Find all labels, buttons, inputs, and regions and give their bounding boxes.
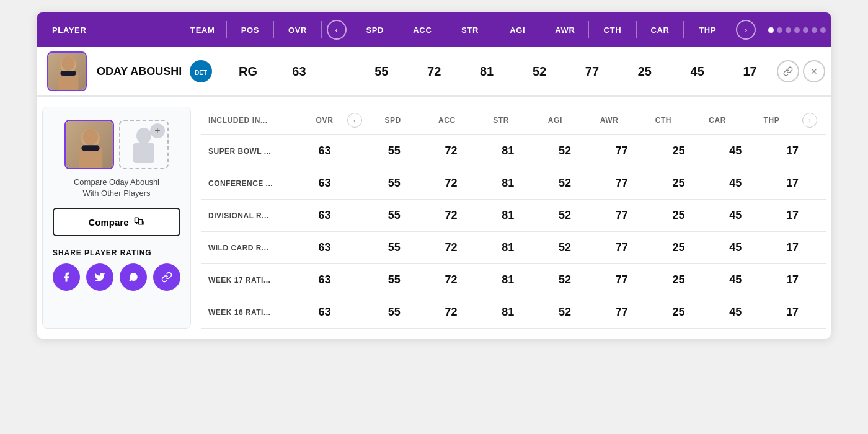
player-spd: 55 bbox=[355, 64, 408, 79]
header-player-label: PLAYER bbox=[52, 25, 86, 35]
table-row: DIVISIONAL R... 63 55 72 81 52 77 25 45 … bbox=[201, 200, 826, 232]
td-spd-5: 55 bbox=[366, 306, 423, 319]
header-agi-col: AGI bbox=[494, 25, 541, 35]
facebook-share-button[interactable] bbox=[53, 264, 80, 291]
td-awr-1: 77 bbox=[593, 177, 650, 190]
td-acc-4: 72 bbox=[423, 273, 480, 286]
svg-rect-13 bbox=[133, 143, 154, 163]
table-row: WEEK 16 RATI... 63 55 72 81 52 77 25 45 … bbox=[201, 296, 826, 329]
table-prev-button[interactable]: ‹ bbox=[347, 113, 362, 128]
td-cth-3: 25 bbox=[650, 241, 707, 254]
prev-button[interactable]: ‹ bbox=[327, 20, 347, 40]
stats-table-header: INCLUDED IN... OVR ‹ SPD ACC STR AGI AWR… bbox=[201, 107, 826, 135]
dot-2 bbox=[777, 27, 782, 33]
close-button[interactable] bbox=[803, 60, 825, 82]
td-included-0: SUPER BOWL ... bbox=[201, 147, 306, 156]
compare-panel: + Compare Oday AboushiWith Other Players… bbox=[42, 107, 191, 329]
header-prev-nav[interactable]: ‹ bbox=[322, 20, 352, 40]
td-awr-4: 77 bbox=[593, 273, 650, 286]
td-car-3: 45 bbox=[707, 241, 764, 254]
player-avatar-wrapper bbox=[47, 51, 87, 91]
header-thp-col: THP bbox=[684, 25, 731, 35]
th-next-nav[interactable]: › bbox=[799, 113, 821, 128]
td-ovr-1: 63 bbox=[306, 177, 343, 190]
header-awr-label: AWR bbox=[555, 25, 575, 35]
compare-player-avatar bbox=[64, 120, 114, 169]
copy-link-share-button[interactable] bbox=[153, 264, 180, 291]
twitter-share-button[interactable] bbox=[86, 264, 113, 291]
td-included-1: CONFERENCE ... bbox=[201, 179, 306, 188]
compare-placeholder[interactable]: + bbox=[119, 120, 169, 169]
header-thp-label: THP bbox=[699, 25, 716, 35]
player-ovr: 63 bbox=[273, 64, 326, 79]
whatsapp-share-button[interactable] bbox=[120, 264, 147, 291]
player-pos: RG bbox=[223, 64, 273, 79]
td-awr-3: 77 bbox=[593, 241, 650, 254]
td-cth-1: 25 bbox=[650, 177, 707, 190]
dot-7 bbox=[820, 27, 826, 33]
share-section: SHARE PLAYER RATING bbox=[53, 249, 180, 291]
dot-1 bbox=[768, 27, 774, 33]
header-acc-label: ACC bbox=[413, 25, 432, 35]
td-car-2: 45 bbox=[707, 209, 764, 222]
td-agi-5: 52 bbox=[536, 306, 593, 319]
th-awr: AWR bbox=[582, 116, 636, 125]
th-thp: THP bbox=[745, 116, 799, 125]
stats-table: INCLUDED IN... OVR ‹ SPD ACC STR AGI AWR… bbox=[201, 107, 826, 329]
player-car: 45 bbox=[671, 64, 724, 79]
player-row: ODAY ABOUSHI DET RG 63 55 72 81 52 77 25… bbox=[37, 47, 831, 97]
td-ovr-5: 63 bbox=[306, 306, 343, 319]
th-cth: CTH bbox=[636, 116, 690, 125]
header-team-col: TEAM bbox=[179, 25, 226, 35]
td-included-4: WEEK 17 RATI... bbox=[201, 276, 306, 285]
compare-button[interactable]: Compare bbox=[53, 208, 180, 236]
table-row: CONFERENCE ... 63 55 72 81 52 77 25 45 1… bbox=[201, 167, 826, 200]
next-button[interactable]: › bbox=[736, 20, 756, 40]
td-spd-4: 55 bbox=[366, 273, 423, 286]
header-str-label: STR bbox=[461, 25, 479, 35]
add-player-icon[interactable]: + bbox=[150, 123, 165, 138]
header-next-nav[interactable]: › bbox=[731, 20, 761, 40]
td-car-0: 45 bbox=[707, 144, 764, 157]
header-acc-col: ACC bbox=[399, 25, 446, 35]
th-str: STR bbox=[474, 116, 528, 125]
table-row: WILD CARD R... 63 55 72 81 52 77 25 45 1… bbox=[201, 232, 826, 264]
player-cth: 25 bbox=[618, 64, 671, 79]
td-spd-3: 55 bbox=[366, 241, 423, 254]
td-thp-4: 17 bbox=[764, 273, 821, 286]
svg-point-12 bbox=[136, 128, 151, 144]
player-avatar-svg bbox=[51, 55, 85, 91]
td-cth-5: 25 bbox=[650, 306, 707, 319]
player-actions bbox=[776, 60, 826, 82]
header-car-label: CAR bbox=[651, 25, 670, 35]
header-spd-label: SPD bbox=[366, 25, 384, 35]
th-agi: AGI bbox=[528, 116, 582, 125]
td-agi-1: 52 bbox=[536, 177, 593, 190]
player-str: 81 bbox=[461, 64, 513, 79]
td-awr-5: 77 bbox=[593, 306, 650, 319]
td-agi-4: 52 bbox=[536, 273, 593, 286]
td-acc-0: 72 bbox=[423, 144, 480, 157]
link-button[interactable] bbox=[777, 60, 799, 82]
td-car-5: 45 bbox=[707, 306, 764, 319]
td-acc-1: 72 bbox=[423, 177, 480, 190]
svg-rect-11 bbox=[81, 145, 99, 151]
share-title: SHARE PLAYER RATING bbox=[53, 249, 180, 257]
stats-rows-container: SUPER BOWL ... 63 55 72 81 52 77 25 45 1… bbox=[201, 135, 826, 329]
td-str-0: 81 bbox=[480, 144, 537, 157]
th-prev-nav[interactable]: ‹ bbox=[343, 113, 366, 128]
header-bar: PLAYER TEAM POS OVR ‹ SPD ACC STR AGI bbox=[37, 12, 831, 47]
table-next-button[interactable]: › bbox=[802, 113, 817, 128]
td-included-5: WEEK 16 RATI... bbox=[201, 308, 306, 317]
header-awr-col: AWR bbox=[541, 25, 588, 35]
dot-3 bbox=[786, 27, 791, 33]
header-ovr-label: OVR bbox=[288, 25, 307, 35]
td-thp-5: 17 bbox=[764, 306, 821, 319]
svg-rect-15 bbox=[138, 220, 142, 225]
header-agi-label: AGI bbox=[510, 25, 525, 35]
td-acc-5: 72 bbox=[423, 306, 480, 319]
header-str-col: STR bbox=[446, 25, 494, 35]
header-cth-col: CTH bbox=[589, 25, 636, 35]
player-acc: 72 bbox=[408, 64, 461, 79]
svg-text:DET: DET bbox=[195, 69, 207, 76]
